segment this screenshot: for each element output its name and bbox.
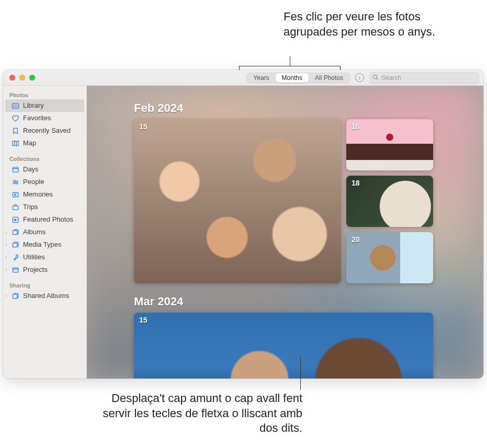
search-field[interactable] [369,72,479,84]
content-area[interactable]: Feb 2024 15 16 18 [87,86,483,378]
people-icon [12,178,19,186]
callout-text-bottom: Desplaça't cap amunt o cap avall fent se… [93,391,302,436]
photo-card[interactable]: 20 [346,232,433,283]
sidebar-item-label: Favorites [23,113,51,123]
minimize-window-button[interactable] [19,75,25,81]
callout-line-bottom [300,357,301,390]
sidebar-item-label: Days [23,165,39,174]
tab-years[interactable]: Years [247,73,275,83]
library-icon [12,102,19,110]
svg-point-4 [16,180,18,182]
callout-text-top: Fes clic per veure les fotos agrupades p… [284,9,461,39]
sidebar-item-media-types[interactable]: › Media Types [5,238,84,251]
svg-rect-10 [13,268,18,272]
sidebar-item-shared-albums[interactable]: › Shared Albums [5,290,84,302]
sidebar-item-label: Featured Photos [23,215,73,224]
sidebar-item-label: Projects [23,265,48,274]
sidebar-header-sharing: Sharing [3,280,86,290]
day-badge: 20 [352,235,360,244]
callout-bracket-top [239,56,341,71]
sidebar-item-label: Utilities [23,252,45,262]
memories-icon [12,191,19,199]
info-button[interactable]: i [355,73,364,82]
day-badge: 15 [139,122,148,131]
sidebar-item-library[interactable]: Library [5,99,84,112]
photo-card[interactable]: 16 [346,119,433,170]
sidebar-item-people[interactable]: People [5,176,84,188]
sidebar-item-albums[interactable]: › Albums [5,226,84,238]
day-badge: 16 [352,122,360,131]
sidebar-item-label: Recently Saved [23,126,71,135]
month-heading-mar-2024: Mar 2024 [134,295,469,308]
svg-rect-2 [13,167,18,171]
photo-card[interactable]: 15 [134,119,341,283]
heart-icon [12,114,19,122]
calendar-icon [12,166,19,174]
sidebar-item-featured[interactable]: Featured Photos [5,213,84,226]
search-icon [372,73,379,83]
photo-thumbnail [134,119,341,283]
sidebar-item-projects[interactable]: › Projects [5,263,84,276]
month-grid-feb-2024: 15 16 18 20 [134,119,469,283]
photo-card[interactable]: 15 [134,313,433,378]
tab-months[interactable]: Months [276,73,309,83]
bookmark-icon [12,127,19,135]
sidebar-item-trips[interactable]: Trips [5,201,84,213]
fullscreen-window-button[interactable] [29,75,35,81]
search-input[interactable] [381,74,476,82]
map-icon [12,140,19,147]
utilities-icon [12,254,19,261]
sidebar-item-label: Shared Albums [23,291,69,301]
photo-thumbnail [134,313,433,378]
month-heading-feb-2024: Feb 2024 [134,101,469,115]
sidebar-item-label: Map [23,139,36,148]
titlebar: Years Months All Photos i [3,70,483,86]
photo-card[interactable]: 18 [346,176,433,227]
chevron-right-icon: › [5,252,7,262]
svg-point-3 [14,180,16,182]
shared-albums-icon [12,292,19,300]
svg-rect-1 [13,104,17,107]
day-badge: 18 [352,179,360,187]
day-badge: 15 [139,316,148,324]
star-square-icon [12,216,19,224]
sidebar-item-utilities[interactable]: › Utilities [5,251,84,263]
sidebar-item-days[interactable]: Days [5,163,84,176]
suitcase-icon [12,203,19,211]
svg-rect-9 [13,243,17,247]
chevron-right-icon: › [5,227,7,237]
sidebar-item-label: Media Types [23,240,61,249]
sidebar: Photos Library Favorites Recently Saved [3,86,87,378]
tab-all-photos[interactable]: All Photos [309,73,349,83]
sidebar-item-recently-saved[interactable]: Recently Saved [5,124,84,137]
sidebar-item-label: Trips [23,202,38,212]
sidebar-item-favorites[interactable]: Favorites [5,112,84,124]
sidebar-item-label: Albums [23,227,46,237]
window-controls [3,75,35,81]
media-types-icon [12,241,19,249]
chevron-right-icon: › [5,240,7,249]
sidebar-item-label: People [23,177,44,187]
close-window-button[interactable] [9,75,15,81]
sidebar-header-photos: Photos [3,90,86,99]
sidebar-item-map[interactable]: Map [5,137,84,150]
chevron-right-icon: › [5,291,7,301]
sidebar-item-label: Library [23,101,44,110]
albums-icon [12,228,19,236]
app-window: Years Months All Photos i Photos Library [3,70,483,378]
chevron-right-icon: › [5,265,7,274]
projects-icon [12,266,19,274]
svg-rect-11 [13,294,17,298]
svg-rect-6 [13,205,18,210]
sidebar-header-collections: Collections [3,154,86,163]
sidebar-item-memories[interactable]: Memories [5,188,84,201]
sidebar-item-label: Memories [23,190,53,199]
view-segmented-control: Years Months All Photos [246,73,350,83]
svg-rect-8 [13,231,17,235]
